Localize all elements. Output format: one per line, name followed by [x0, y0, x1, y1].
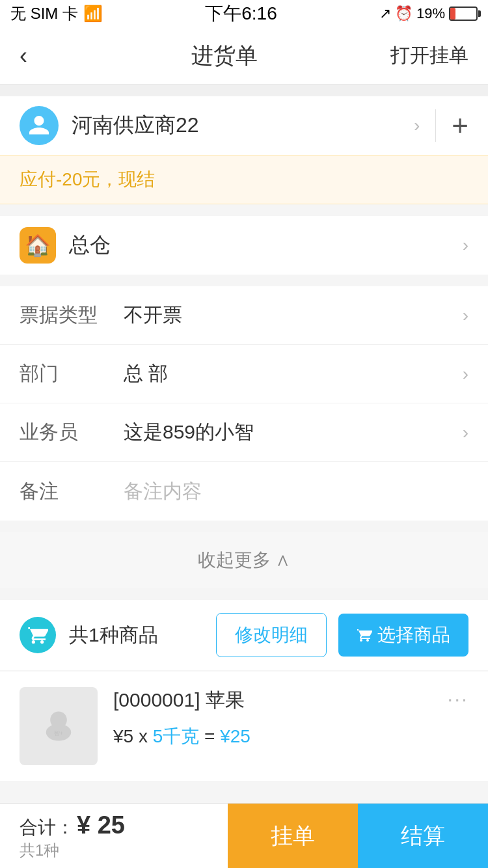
- invoice-row[interactable]: 票据类型 不开票 ›: [0, 286, 488, 345]
- remark-row[interactable]: 备注 备注内容: [0, 462, 488, 521]
- select-product-label: 选择商品: [377, 623, 450, 647]
- remark-input[interactable]: 备注内容: [117, 478, 468, 505]
- hang-button[interactable]: 挂单: [228, 804, 358, 868]
- product-thumb-icon: 智+: [38, 705, 79, 747]
- product-count: 共1种商品: [69, 622, 216, 649]
- select-product-button[interactable]: 选择商品: [338, 614, 468, 657]
- sales-value: 这是859的小智: [117, 419, 463, 446]
- alarm-icon: ⏰: [395, 5, 413, 22]
- price-per-unit: ¥5 x: [113, 726, 153, 746]
- status-left: 无 SIM 卡 📶: [10, 3, 103, 24]
- quantity-value: 5千克: [153, 726, 200, 746]
- dept-row[interactable]: 部门 总 部 ›: [0, 345, 488, 403]
- dept-chevron: ›: [463, 364, 468, 385]
- sales-label: 业务员: [20, 419, 117, 446]
- product-price: ¥5 x 5千克 = ¥25: [113, 724, 431, 749]
- supplier-name: 河南供应商22: [72, 111, 414, 140]
- form-section: 票据类型 不开票 › 部门 总 部 › 业务员 这是859的小智 › 备注 备注…: [0, 286, 488, 521]
- invoice-value: 不开票: [117, 302, 463, 329]
- warehouse-section[interactable]: 🏠 总仓 ›: [0, 216, 488, 275]
- dept-value: 总 部: [117, 360, 463, 387]
- user-icon: [27, 114, 51, 137]
- product-code: [0000001] 苹果: [113, 689, 245, 711]
- sales-chevron: ›: [463, 422, 468, 443]
- battery-percent: 19%: [416, 5, 445, 22]
- nav-bar: ‹ 进货单 打开挂单: [0, 27, 488, 85]
- cart-icon: [27, 625, 48, 645]
- battery-fill: [450, 8, 455, 20]
- remark-label: 备注: [20, 478, 117, 505]
- more-options-button[interactable]: ···: [447, 687, 468, 711]
- add-supplier-button[interactable]: +: [452, 111, 468, 140]
- total-price: ¥25: [220, 726, 251, 746]
- warehouse-chevron: ›: [463, 235, 468, 256]
- dept-label: 部门: [20, 360, 117, 387]
- status-time: 下午6:16: [205, 1, 277, 26]
- total-label: 合计：: [20, 815, 74, 840]
- equals: =: [204, 726, 220, 746]
- total-count: 共1种: [20, 840, 208, 861]
- product-thumbnail: 智+: [20, 687, 98, 765]
- gap-1: [0, 85, 488, 96]
- checkout-button[interactable]: 结算: [358, 804, 488, 868]
- edit-detail-button[interactable]: 修改明细: [216, 613, 327, 657]
- total-area: 合计： ¥ 25 共1种: [0, 804, 228, 868]
- notice-banner: 应付-20元，现结: [0, 155, 488, 204]
- supplier-chevron: ›: [414, 115, 420, 136]
- carrier-label: 无 SIM 卡: [10, 3, 78, 24]
- location-icon: ↗: [379, 5, 391, 22]
- back-button[interactable]: ‹: [20, 42, 59, 70]
- status-right: ↗ ⏰ 19%: [379, 5, 478, 22]
- product-card: 智+ [0000001] 苹果 ¥5 x 5千克 = ¥25 ···: [0, 671, 488, 781]
- warehouse-icon: 🏠: [20, 227, 56, 264]
- battery-icon: [449, 7, 478, 21]
- product-header: 共1种商品 修改明细 选择商品: [0, 600, 488, 670]
- status-bar: 无 SIM 卡 📶 下午6:16 ↗ ⏰ 19%: [0, 0, 488, 27]
- select-icon: [357, 627, 372, 643]
- product-icon: [20, 617, 56, 653]
- sales-row[interactable]: 业务员 这是859的小智 ›: [0, 403, 488, 462]
- product-info: [0000001] 苹果 ¥5 x 5千克 = ¥25: [113, 687, 431, 749]
- bottom-bar: 合计： ¥ 25 共1种 挂单 结算: [0, 803, 488, 868]
- collapse-button[interactable]: 收起更多 ∧: [0, 532, 488, 588]
- wifi-icon: 📶: [83, 5, 103, 23]
- total-amount: ¥ 25: [77, 811, 125, 839]
- invoice-label: 票据类型: [20, 302, 117, 329]
- svg-text:智+: 智+: [54, 730, 63, 737]
- invoice-chevron: ›: [463, 305, 468, 326]
- supplier-avatar: [20, 106, 59, 145]
- warehouse-name: 总仓: [69, 231, 463, 260]
- supplier-section[interactable]: 河南供应商22 › +: [0, 96, 488, 155]
- supplier-divider: [435, 109, 436, 142]
- open-hang-button[interactable]: 打开挂单: [390, 42, 468, 69]
- page-title: 进货单: [59, 41, 390, 71]
- product-name: [0000001] 苹果: [113, 687, 431, 714]
